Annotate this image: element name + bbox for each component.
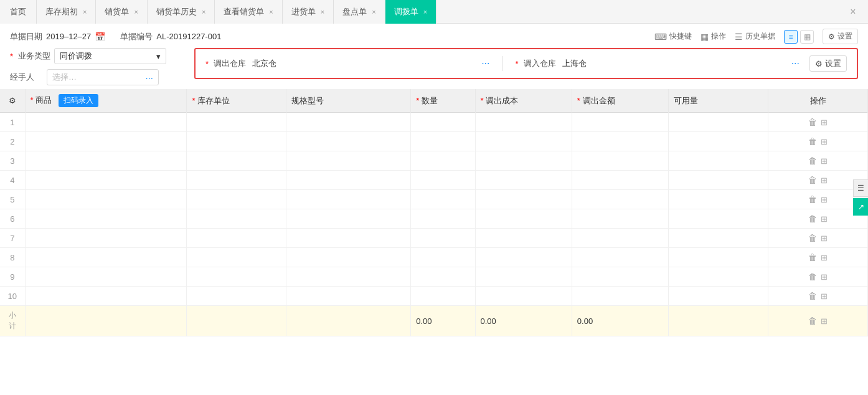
copy-icon[interactable]: ⊞ <box>821 253 828 262</box>
amount-cell[interactable] <box>572 151 668 171</box>
copy-icon[interactable]: ⊞ <box>821 214 828 224</box>
export-float-button[interactable]: ↗ <box>853 198 868 216</box>
qty-cell[interactable]: 0.00 <box>411 306 475 336</box>
product-cell[interactable] <box>25 171 187 190</box>
amount-cell[interactable] <box>572 287 668 306</box>
window-close-button[interactable]: × <box>844 3 862 21</box>
qty-cell[interactable] <box>411 248 475 267</box>
product-cell[interactable] <box>25 267 187 287</box>
product-cell[interactable] <box>25 229 187 248</box>
note-float-button[interactable]: ☰ <box>853 179 868 197</box>
doc-date-value[interactable]: 2019–12–27 <box>46 32 91 41</box>
gear-column-header[interactable]: ⚙ <box>0 89 25 113</box>
product-cell[interactable] <box>25 151 187 171</box>
tab-sales-history[interactable]: 销货单历史 × <box>148 0 215 24</box>
tab-purchase-order-close[interactable]: × <box>321 8 324 16</box>
tab-sales-order-close[interactable]: × <box>134 8 138 16</box>
delete-icon[interactable]: 🗑 <box>808 175 817 185</box>
copy-icon[interactable]: ⊞ <box>821 316 828 326</box>
amount-cell[interactable] <box>572 190 668 209</box>
operation-button[interactable]: ▦ 操作 <box>701 31 726 42</box>
settings-button[interactable]: ⚙ 设置 <box>823 29 858 44</box>
delete-icon[interactable]: 🗑 <box>808 156 817 166</box>
copy-icon[interactable]: ⊞ <box>821 272 828 282</box>
tab-view-sales-close[interactable]: × <box>269 8 273 16</box>
cost-cell[interactable] <box>475 267 572 287</box>
qty-cell[interactable] <box>411 132 475 151</box>
biz-type-select[interactable]: 同价调拨 ▾ <box>54 48 166 64</box>
cost-cell[interactable] <box>475 190 572 209</box>
tab-stocktake-close[interactable]: × <box>372 8 375 16</box>
delete-icon[interactable]: 🗑 <box>808 291 817 301</box>
handler-select[interactable]: 选择… ··· <box>47 69 159 85</box>
grid-view-btn[interactable]: ▦ <box>800 30 814 44</box>
tab-view-sales[interactable]: 查看销货单 × <box>215 0 282 24</box>
cost-cell[interactable] <box>475 132 572 151</box>
tab-purchase-order[interactable]: 进货单 × <box>283 0 334 24</box>
cost-cell[interactable] <box>475 113 572 132</box>
product-cell[interactable] <box>25 190 187 209</box>
copy-icon[interactable]: ⊞ <box>821 118 828 127</box>
tab-sales-history-close[interactable]: × <box>202 8 205 16</box>
qty-cell[interactable] <box>411 209 475 229</box>
warehouse-settings-button[interactable]: ⚙ 设置 <box>809 55 847 72</box>
delete-icon[interactable]: 🗑 <box>808 214 817 224</box>
amount-cell[interactable] <box>572 248 668 267</box>
history-button[interactable]: ☰ 历史单据 <box>735 31 775 42</box>
qty-cell[interactable] <box>411 171 475 190</box>
qty-cell[interactable] <box>411 151 475 171</box>
qty-cell[interactable] <box>411 113 475 132</box>
product-cell[interactable] <box>25 248 187 267</box>
product-cell[interactable] <box>25 209 187 229</box>
delete-icon[interactable]: 🗑 <box>808 194 817 204</box>
tab-inventory-init-close[interactable]: × <box>83 8 87 16</box>
qty-cell[interactable] <box>411 267 475 287</box>
calendar-icon[interactable]: 📅 <box>95 32 105 42</box>
copy-icon[interactable]: ⊞ <box>821 137 828 146</box>
to-warehouse-dots-icon[interactable]: ··· <box>791 58 800 69</box>
shortcut-button[interactable]: ⌨ 快捷键 <box>654 31 692 42</box>
cost-cell[interactable] <box>475 209 572 229</box>
cost-cell[interactable] <box>475 171 572 190</box>
scan-barcode-button[interactable]: 扫码录入 <box>59 94 98 107</box>
amount-cell[interactable] <box>572 209 668 229</box>
list-view-btn[interactable]: ≡ <box>784 30 798 44</box>
delete-icon[interactable]: 🗑 <box>808 272 817 282</box>
delete-icon[interactable]: 🗑 <box>808 136 817 146</box>
product-cell[interactable] <box>25 306 187 336</box>
tab-transfer-close[interactable]: × <box>423 8 427 16</box>
cost-cell[interactable] <box>475 151 572 171</box>
amount-cell[interactable] <box>572 229 668 248</box>
product-cell[interactable] <box>25 113 187 132</box>
amount-cell[interactable] <box>572 113 668 132</box>
tab-transfer[interactable]: 调拨单 × <box>385 0 436 24</box>
copy-icon[interactable]: ⊞ <box>821 292 828 301</box>
from-warehouse-dots-icon[interactable]: ··· <box>481 58 489 69</box>
copy-icon[interactable]: ⊞ <box>821 195 828 204</box>
qty-cell[interactable] <box>411 287 475 306</box>
qty-cell[interactable] <box>411 190 475 209</box>
tab-inventory-init[interactable]: 库存期初 × <box>37 0 96 24</box>
qty-cell[interactable] <box>411 229 475 248</box>
delete-icon[interactable]: 🗑 <box>808 252 817 262</box>
copy-icon[interactable]: ⊞ <box>821 176 828 185</box>
product-cell[interactable] <box>25 287 187 306</box>
amount-cell[interactable] <box>572 267 668 287</box>
product-cell[interactable] <box>25 132 187 151</box>
tab-home[interactable]: 首页 <box>0 0 37 24</box>
cost-cell[interactable] <box>475 229 572 248</box>
cost-cell[interactable] <box>475 248 572 267</box>
copy-icon[interactable]: ⊞ <box>821 234 828 243</box>
amount-cell[interactable] <box>572 171 668 190</box>
handler-dots-icon[interactable]: ··· <box>145 72 153 83</box>
amount-cell[interactable] <box>572 132 668 151</box>
tab-sales-order[interactable]: 销货单 × <box>96 0 147 24</box>
delete-icon[interactable]: 🗑 <box>808 316 817 326</box>
cost-cell[interactable] <box>475 287 572 306</box>
copy-icon[interactable]: ⊞ <box>821 156 828 166</box>
cost-cell[interactable]: 0.00 <box>475 306 572 336</box>
delete-icon[interactable]: 🗑 <box>808 117 817 127</box>
delete-icon[interactable]: 🗑 <box>808 233 817 243</box>
amount-cell[interactable]: 0.00 <box>572 306 668 336</box>
tab-stocktake[interactable]: 盘点单 × <box>334 0 385 24</box>
